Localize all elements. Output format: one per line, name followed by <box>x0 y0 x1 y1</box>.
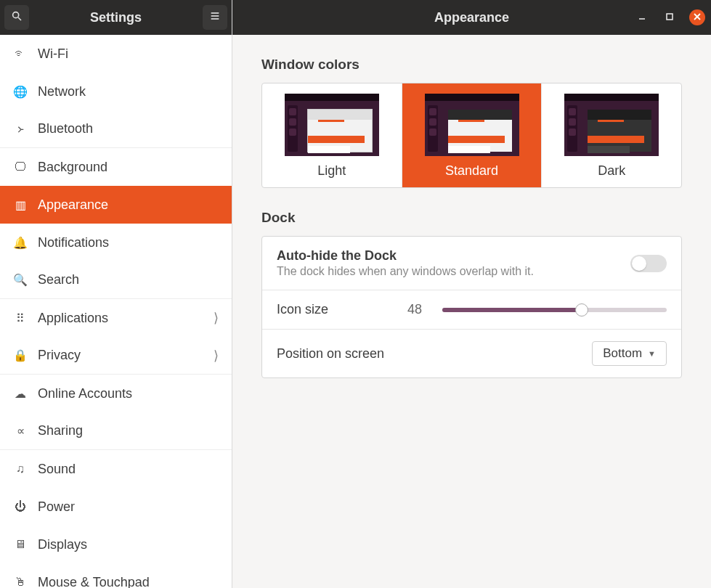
sidebar-item-label: Search <box>38 272 79 287</box>
music-icon: ♫ <box>13 462 28 475</box>
sidebar-item-power[interactable]: ⏻Power <box>0 488 232 526</box>
dock-title: Dock <box>261 210 682 226</box>
globe-icon: 🌐 <box>13 85 28 99</box>
window-colors-row: LightStandardDark <box>262 83 681 187</box>
sidebar-item-label: Applications <box>38 311 108 326</box>
window-controls <box>634 9 705 25</box>
dock-autohide-subtitle: The dock hides when any windows overlap … <box>277 265 630 278</box>
bell-icon: 🔔 <box>13 236 28 250</box>
maximize-button[interactable] <box>662 9 678 25</box>
svg-rect-6 <box>667 14 673 20</box>
sidebar-item-monitor[interactable]: 🖵Background <box>0 148 232 186</box>
dock-section: Dock Auto-hide the Dock The dock hides w… <box>261 210 682 378</box>
sidebar-item-label: Wi-Fi <box>38 46 68 62</box>
sidebar-item-label: Power <box>38 499 75 515</box>
sidebar-item-label: Online Accounts <box>38 386 132 401</box>
menu-button[interactable] <box>203 5 227 30</box>
window-color-label: Light <box>317 163 346 179</box>
window-color-label: Standard <box>445 163 498 179</box>
dock-autohide-label: Auto-hide the Dock <box>277 248 630 264</box>
minimize-icon <box>638 12 646 23</box>
dock-iconsize-value: 48 <box>407 302 422 317</box>
bluetooth-icon: ᚛ <box>13 122 28 136</box>
dock-autohide-switch[interactable] <box>630 255 667 272</box>
search-button[interactable] <box>4 5 29 30</box>
power-icon: ⏻ <box>13 500 28 513</box>
dock-iconsize-slider[interactable] <box>442 308 667 312</box>
window-color-option-dark[interactable]: Dark <box>541 83 681 187</box>
sidebar-item-label: Sharing <box>38 423 83 438</box>
svg-point-0 <box>13 12 19 18</box>
content-area: Window colors LightStandardDark Dock Aut… <box>232 35 711 588</box>
sidebar-item-lock[interactable]: 🔒Privacy⟩ <box>0 337 232 375</box>
dock-iconsize-row: Icon size 48 <box>262 290 681 329</box>
sidebar-item-label: Sound <box>38 462 76 477</box>
main-panel: Appearance <box>232 0 711 588</box>
wifi-icon: ᯤ <box>13 47 28 60</box>
sidebar-title: Settings <box>90 10 142 25</box>
share-icon: ∝ <box>13 424 28 438</box>
window-colors-card: LightStandardDark <box>261 83 682 188</box>
sidebar-item-displays[interactable]: 🖥Displays <box>0 526 232 563</box>
search-icon: 🔍 <box>13 273 28 287</box>
dock-position-row: Position on screen Bottom ▼ <box>262 329 681 377</box>
sidebar-item-label: Bluetooth <box>38 121 93 136</box>
sidebar-item-label: Displays <box>38 537 87 552</box>
dock-position-value: Bottom <box>603 346 642 361</box>
monitor-icon: 🖵 <box>13 160 28 173</box>
sidebar-item-bell[interactable]: 🔔Notifications <box>0 224 232 261</box>
dock-card: Auto-hide the Dock The dock hides when a… <box>261 236 682 378</box>
close-icon <box>694 12 701 23</box>
appearance-icon: ▥ <box>13 198 28 212</box>
chevron-right-icon: ⟩ <box>214 348 219 364</box>
sidebar-item-label: Notifications <box>38 235 109 250</box>
mouse-icon: 🖱 <box>13 576 28 588</box>
sidebar-item-search[interactable]: 🔍Search <box>0 261 232 299</box>
sidebar-item-label: Appearance <box>38 197 108 213</box>
cloud-icon: ☁ <box>13 387 28 401</box>
dock-iconsize-label: Icon size <box>277 302 407 317</box>
sidebar-list: ᯤWi-Fi🌐Network᚛Bluetooth🖵Background▥Appe… <box>0 35 232 588</box>
sidebar-item-wifi[interactable]: ᯤWi-Fi <box>0 35 232 73</box>
sidebar-item-appearance[interactable]: ▥Appearance <box>0 186 232 224</box>
window-color-preview-standard <box>425 94 519 156</box>
settings-window: Settings ᯤWi-Fi🌐Network᚛Bluetooth🖵Backgr… <box>0 0 711 588</box>
sidebar-item-mouse[interactable]: 🖱Mouse & Touchpad <box>0 563 232 588</box>
displays-icon: 🖥 <box>13 538 28 551</box>
window-color-option-standard[interactable]: Standard <box>402 83 542 187</box>
hamburger-icon <box>209 10 221 25</box>
window-color-preview-light <box>285 94 379 156</box>
dock-iconsize-control: 48 <box>407 302 667 317</box>
sidebar-item-cloud[interactable]: ☁Online Accounts <box>0 375 232 412</box>
main-titlebar: Appearance <box>232 0 711 35</box>
minimize-button[interactable] <box>634 9 650 25</box>
slider-fill <box>442 308 582 312</box>
chevron-right-icon: ⟩ <box>214 310 219 326</box>
main-title: Appearance <box>434 10 509 25</box>
lock-icon: 🔒 <box>13 348 28 362</box>
dock-autohide-row: Auto-hide the Dock The dock hides when a… <box>262 237 681 290</box>
svg-line-1 <box>18 17 21 20</box>
window-colors-title: Window colors <box>261 57 682 73</box>
search-icon <box>11 10 23 25</box>
dock-position-dropdown[interactable]: Bottom ▼ <box>592 341 667 366</box>
window-color-label: Dark <box>598 163 625 179</box>
sidebar-item-share[interactable]: ∝Sharing <box>0 412 232 450</box>
sidebar-item-label: Background <box>38 160 107 175</box>
dock-position-label: Position on screen <box>277 346 592 362</box>
sidebar-item-label: Privacy <box>38 348 81 363</box>
sidebar-item-label: Mouse & Touchpad <box>38 575 150 589</box>
window-color-preview-dark <box>564 94 659 156</box>
close-button[interactable] <box>689 9 705 25</box>
sidebar-titlebar: Settings <box>0 0 232 35</box>
maximize-icon <box>666 12 673 23</box>
grid-icon: ⠿ <box>13 311 28 325</box>
window-color-option-light[interactable]: Light <box>262 83 402 187</box>
sidebar: Settings ᯤWi-Fi🌐Network᚛Bluetooth🖵Backgr… <box>0 0 232 588</box>
sidebar-item-globe[interactable]: 🌐Network <box>0 73 232 110</box>
sidebar-item-bluetooth[interactable]: ᚛Bluetooth <box>0 110 232 148</box>
sidebar-item-grid[interactable]: ⠿Applications⟩ <box>0 299 232 337</box>
sidebar-item-music[interactable]: ♫Sound <box>0 450 232 488</box>
chevron-down-icon: ▼ <box>648 349 656 358</box>
slider-thumb[interactable] <box>575 303 588 317</box>
